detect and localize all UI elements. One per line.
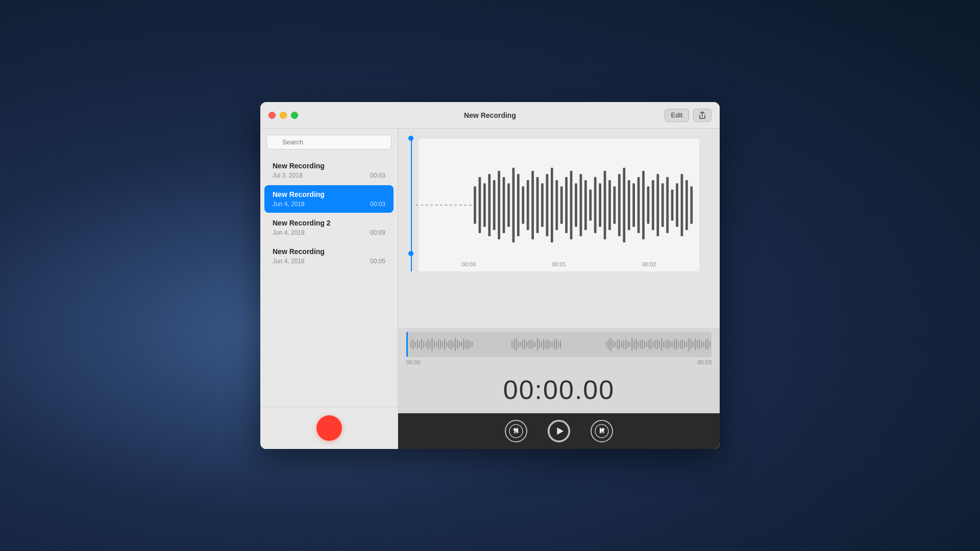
recording-meta: Jul 3, 2018 00:03	[273, 172, 385, 179]
svg-rect-109	[623, 340, 624, 348]
recording-date: Jun 4, 2018	[273, 229, 305, 236]
svg-rect-97	[554, 340, 555, 349]
svg-rect-105	[615, 342, 616, 347]
svg-rect-103	[610, 338, 611, 351]
share-button[interactable]	[693, 109, 712, 122]
recording-duration: 00:03	[370, 172, 385, 179]
svg-rect-126	[659, 341, 660, 348]
svg-rect-113	[631, 338, 632, 351]
svg-rect-12	[527, 180, 529, 230]
svg-rect-81	[520, 342, 521, 347]
recording-name: New Recording 2	[273, 219, 385, 227]
recording-item[interactable]: New Recording Jul 3, 2018 00:03	[264, 157, 394, 184]
forward-button[interactable]: 15	[591, 420, 613, 442]
close-button[interactable]	[268, 112, 276, 119]
waveform-box: 00:00 00:01 00:02	[419, 139, 699, 271]
svg-rect-74	[468, 339, 469, 349]
controls-bar: 15	[398, 413, 720, 449]
svg-rect-39	[656, 174, 659, 236]
svg-rect-28	[604, 171, 606, 239]
recording-date: Jun 4, 2018	[273, 201, 305, 208]
svg-rect-149	[707, 339, 708, 350]
svg-rect-98	[556, 339, 557, 350]
maximize-button[interactable]	[291, 112, 298, 119]
svg-rect-48	[412, 339, 413, 349]
sidebar: 🔍 New Recording Jul 3, 2018 00:03 New Re…	[260, 129, 398, 449]
minimize-button[interactable]	[280, 112, 287, 119]
time-markers: 00:00 00:01 00:02	[424, 261, 694, 267]
time-marker-end: 00:02	[642, 261, 656, 267]
svg-rect-90	[539, 340, 540, 349]
svg-rect-18	[555, 180, 558, 230]
svg-rect-143	[695, 339, 696, 350]
svg-rect-83	[524, 339, 525, 350]
svg-rect-3	[483, 183, 486, 227]
overview-time-start: 00:00	[406, 359, 421, 365]
search-input[interactable]	[266, 135, 391, 149]
svg-rect-111	[627, 341, 628, 348]
svg-rect-80	[518, 341, 519, 348]
record-button[interactable]	[316, 415, 342, 441]
recording-meta: Jun 4, 2018 00:09	[273, 229, 385, 236]
recording-item[interactable]: New Recording Jun 4, 2018 00:03	[264, 185, 394, 213]
recording-item[interactable]: New Recording Jun 4, 2018 00:05	[264, 242, 394, 270]
search-container: 🔍	[260, 129, 398, 154]
svg-rect-30	[614, 186, 616, 223]
recording-meta: Jun 4, 2018 00:03	[273, 201, 385, 208]
waveform-area: 00:00 00:01 00:02	[398, 129, 720, 449]
svg-rect-102	[608, 339, 609, 349]
svg-rect-2	[479, 177, 481, 233]
svg-rect-49	[414, 342, 415, 347]
overview-section[interactable]: 00:00 00:03	[398, 328, 720, 368]
svg-rect-150	[709, 341, 710, 347]
svg-rect-40	[662, 183, 664, 227]
svg-rect-20	[565, 177, 568, 233]
svg-rect-68	[455, 338, 456, 351]
traffic-lights	[268, 112, 298, 119]
svg-rect-59	[436, 342, 437, 347]
recording-item[interactable]: New Recording 2 Jun 4, 2018 00:09	[264, 214, 394, 241]
recording-duration: 00:05	[370, 258, 385, 265]
svg-rect-130	[667, 339, 668, 349]
edit-button[interactable]: Edit	[665, 109, 689, 122]
svg-rect-100	[560, 340, 561, 348]
svg-rect-91	[541, 341, 542, 347]
overview-time-end: 00:03	[697, 359, 712, 365]
svg-rect-32	[623, 168, 625, 243]
waveform-background: 00:00 00:01 00:02	[398, 129, 720, 328]
svg-rect-37	[647, 186, 650, 223]
title-bar: New Recording Edit	[260, 102, 720, 129]
svg-rect-134	[676, 339, 677, 350]
svg-rect-70	[459, 341, 460, 347]
svg-rect-95	[549, 341, 550, 348]
recordings-list: New Recording Jul 3, 2018 00:03 New Reco…	[260, 154, 398, 407]
svg-rect-127	[661, 338, 662, 351]
svg-rect-8	[507, 183, 510, 227]
svg-rect-118	[642, 339, 643, 349]
waveform-detail[interactable]: 00:00 00:01 00:02	[398, 129, 720, 328]
recording-duration: 00:03	[370, 201, 385, 208]
svg-rect-82	[522, 340, 523, 349]
svg-rect-116	[638, 341, 639, 347]
svg-rect-31	[618, 174, 621, 236]
svg-rect-148	[705, 340, 706, 349]
svg-rect-55	[427, 339, 428, 349]
play-button[interactable]	[548, 420, 570, 442]
svg-rect-88	[535, 342, 536, 347]
play-circle	[548, 420, 570, 442]
time-marker-start: 00:00	[462, 261, 476, 267]
svg-rect-129	[665, 340, 666, 348]
svg-rect-1	[474, 186, 476, 223]
svg-rect-107	[619, 339, 620, 350]
svg-rect-124	[655, 340, 656, 348]
rewind-button[interactable]: 15	[505, 420, 527, 442]
svg-rect-120	[646, 342, 647, 347]
svg-rect-119	[644, 341, 645, 348]
forward-icon: 15	[595, 424, 609, 438]
overview-playhead	[406, 332, 408, 357]
recording-name: New Recording	[273, 247, 385, 256]
svg-rect-69	[457, 340, 458, 349]
svg-rect-72	[463, 339, 464, 350]
waveform-svg	[416, 149, 697, 261]
svg-rect-115	[636, 339, 637, 350]
